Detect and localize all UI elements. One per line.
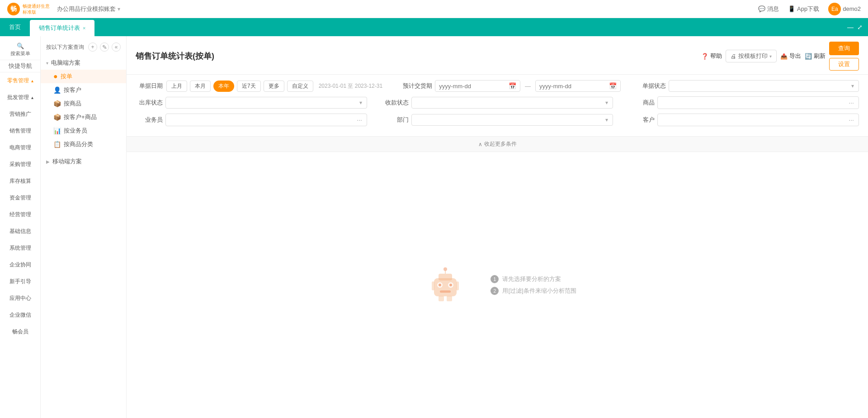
lp-item-按客户商品[interactable]: 📦 按客户+商品 xyxy=(41,110,126,124)
tab-bar-actions: — ⤢ xyxy=(847,24,868,31)
query-button[interactable]: 查询 xyxy=(829,42,859,55)
lp-mobile-label: 移动端方案 xyxy=(52,157,82,166)
date-range-text: 2023-01-01 至 2023-12-31 xyxy=(319,82,382,90)
sidebar-quick-nav[interactable]: 快捷导航 xyxy=(0,60,40,72)
out-status-group: 出库状态 ▾ xyxy=(136,97,367,109)
sidebar-item-marketing[interactable]: 营销推广 xyxy=(0,106,40,123)
date-btn-this-month[interactable]: 本月 xyxy=(190,81,211,92)
tip-text-1: 请先选择要分析的方案 xyxy=(502,275,561,283)
payment-status-select[interactable]: ▾ xyxy=(411,97,613,109)
calendar-icon-from[interactable]: 📅 xyxy=(509,82,516,90)
svg-rect-10 xyxy=(447,296,452,301)
out-status-chevron-icon: ▾ xyxy=(359,100,362,106)
sidebar-item-member[interactable]: 畅会员 xyxy=(0,323,40,340)
sidebar-item-wechat[interactable]: 企业微信 xyxy=(0,307,40,323)
empty-state: 1 请先选择要分析的方案 2 用[过滤]条件来缩小分析范围 xyxy=(127,152,868,418)
status-select[interactable]: ▾ xyxy=(669,80,859,92)
expected-date-from-input[interactable] xyxy=(439,83,509,90)
date-btn-last-7-days[interactable]: 近7天 xyxy=(237,81,261,92)
sidebar-item-guide[interactable]: 新手引导 xyxy=(0,273,40,290)
top-bar-left: 畅 畅捷通好生意 标准版 办公用品行业模拟账套 ▾ xyxy=(7,3,120,15)
empty-robot-illustration xyxy=(418,258,472,312)
tab-bar: 首页 销售订单统计表 × — ⤢ xyxy=(0,18,868,36)
logo-area: 畅 畅捷通好生意 标准版 xyxy=(7,3,50,15)
sidebar-item-purchase[interactable]: 采购管理 xyxy=(0,156,40,173)
left-panel-collapse-btn[interactable]: « xyxy=(112,43,121,52)
sidebar-item-retail[interactable]: 零售管理 ▴ xyxy=(0,72,40,89)
template-print-button[interactable]: 🖨 按模板打印 ▾ xyxy=(726,50,777,62)
tab-close-icon[interactable]: × xyxy=(83,25,85,31)
sidebar-item-base[interactable]: 基础信息 xyxy=(0,223,40,240)
expected-date-to-input[interactable] xyxy=(539,83,609,90)
department-label: 部门 xyxy=(382,116,409,124)
left-panel-header: 按以下方案查询 + ✎ « xyxy=(41,40,126,54)
app-download-button[interactable]: 📱 App下载 xyxy=(788,5,819,13)
sidebar-item-system[interactable]: 系统管理 xyxy=(0,240,40,256)
sidebar-item-inventory[interactable]: 库存核算 xyxy=(0,173,40,190)
customer-select[interactable]: ··· xyxy=(657,114,859,126)
goods-select[interactable]: ··· xyxy=(657,96,859,109)
message-label: 消息 xyxy=(767,5,779,13)
breadcrumb-arrow-icon[interactable]: ▾ xyxy=(118,6,120,12)
sidebar-item-enterprise[interactable]: 企业协同 xyxy=(0,256,40,273)
out-status-select[interactable]: ▾ xyxy=(165,97,367,109)
export-button[interactable]: 📤 导出 xyxy=(780,52,801,60)
left-panel-add-btn[interactable]: + xyxy=(88,43,97,52)
left-panel: 按以下方案查询 + ✎ « ▾ 电脑端方案 ● 按单 👤 按客 xyxy=(41,36,127,418)
sidebar-item-finance[interactable]: 资金管理 xyxy=(0,190,40,206)
sidebar-item-sales[interactable]: 销售管理 xyxy=(0,123,40,139)
date-btn-more[interactable]: 更多 xyxy=(264,81,284,92)
sidebar-search[interactable]: 🔍 搜索菜单 xyxy=(0,40,40,60)
filter-row-2: 出库状态 ▾ 收款状态 ▾ 商品 xyxy=(136,96,859,109)
lp-item-按业务员[interactable]: 📊 按业务员 xyxy=(41,124,126,138)
date-filter-group: 单据日期 上月 本月 本年 近7天 更多 自定义 2023-01-01 至 20… xyxy=(136,81,382,92)
collapse-up-icon: ∧ xyxy=(478,141,482,147)
sidebar-item-ecommerce[interactable]: 电商管理 xyxy=(0,139,40,156)
date-btn-this-year[interactable]: 本年 xyxy=(213,81,234,92)
left-panel-title: 按以下方案查询 xyxy=(46,43,84,51)
svg-point-12 xyxy=(443,267,447,271)
payment-status-group: 收款状态 ▾ xyxy=(382,97,613,109)
collapse-bar[interactable]: ∧ 收起更多条件 xyxy=(127,137,868,152)
left-panel-edit-btn[interactable]: ✎ xyxy=(100,43,109,52)
salesperson-dots[interactable]: ··· xyxy=(357,116,362,124)
tab-sales-order-stats[interactable]: 销售订单统计表 × xyxy=(30,20,94,36)
main-layout: 🔍 搜索菜单 快捷导航 零售管理 ▴ 批发管理 ▴ 营销推广 销售管理 电商管理… xyxy=(0,36,868,418)
salesperson-select[interactable]: ··· xyxy=(165,114,367,126)
payment-status-chevron-icon: ▾ xyxy=(605,100,608,106)
finance-label: 资金管理 xyxy=(9,194,31,202)
svg-rect-9 xyxy=(439,296,444,301)
department-select[interactable]: ▾ xyxy=(411,114,613,126)
tab-minimize-icon[interactable]: — xyxy=(847,24,854,31)
date-buttons: 上月 本月 本年 近7天 更多 自定义 xyxy=(166,81,313,92)
settings-button[interactable]: 设置 xyxy=(829,58,859,71)
refresh-button[interactable]: 🔄 刷新 xyxy=(805,52,826,60)
calendar-icon-to[interactable]: 📅 xyxy=(609,82,617,90)
lp-item-按商品分类[interactable]: 📋 按商品分类 xyxy=(41,138,126,151)
lp-section-pc-title[interactable]: ▾ 电脑端方案 xyxy=(41,56,126,70)
help-button[interactable]: ❓ 帮助 xyxy=(701,52,722,60)
sidebar-item-operations[interactable]: 经营管理 xyxy=(0,206,40,223)
message-button[interactable]: 💬 消息 xyxy=(758,5,779,13)
tab-home[interactable]: 首页 xyxy=(0,18,30,36)
expected-date-from-wrapper: 📅 xyxy=(435,80,520,92)
user-profile-button[interactable]: Ea demo2 xyxy=(828,3,861,15)
collapse-button[interactable]: ∧ 收起更多条件 xyxy=(478,140,517,148)
lp-item-按单[interactable]: ● 按单 xyxy=(41,70,126,83)
goods-dots[interactable]: ··· xyxy=(849,99,854,106)
tip-num-2: 2 xyxy=(491,287,499,295)
lp-item-按客户[interactable]: 👤 按客户 xyxy=(41,83,126,97)
top-bar-right: 💬 消息 📱 App下载 Ea demo2 xyxy=(758,3,861,15)
sidebar-item-appstore[interactable]: 应用中心 xyxy=(0,290,40,307)
customer-dots[interactable]: ··· xyxy=(849,116,854,124)
date-btn-custom[interactable]: 自定义 xyxy=(287,81,313,92)
export-label: 导出 xyxy=(789,52,801,60)
message-icon: 💬 xyxy=(758,5,765,12)
breadcrumb-area[interactable]: 办公用品行业模拟账套 ▾ xyxy=(57,5,120,13)
inner-layout: 按以下方案查询 + ✎ « ▾ 电脑端方案 ● 按单 👤 按客 xyxy=(41,36,868,418)
tab-maximize-icon[interactable]: ⤢ xyxy=(857,24,863,31)
date-btn-last-month[interactable]: 上月 xyxy=(166,81,187,92)
sidebar-item-wholesale[interactable]: 批发管理 ▴ xyxy=(0,89,40,106)
lp-section-mobile-title[interactable]: ▶ 移动端方案 xyxy=(41,155,126,168)
lp-item-按商品[interactable]: 📦 按商品 xyxy=(41,97,126,110)
